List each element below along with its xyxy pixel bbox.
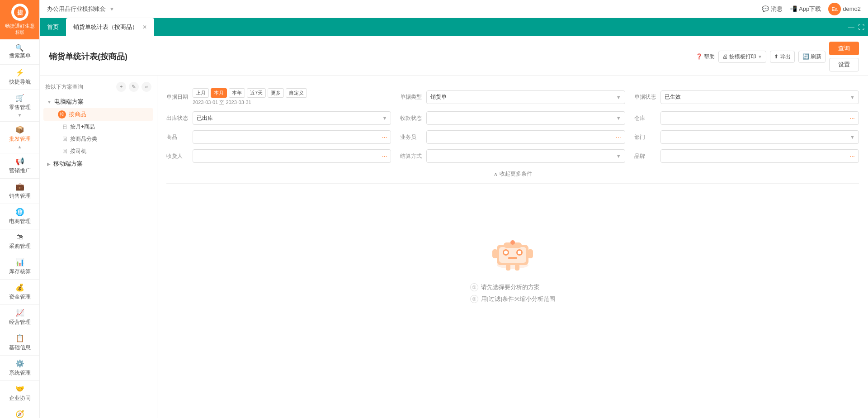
app-download-btn[interactable]: 📲 App下载 xyxy=(790,5,821,13)
receiver-select[interactable]: ··· xyxy=(193,149,391,163)
message-btn[interactable]: 💬 消息 xyxy=(762,5,783,13)
scheme-by-category[interactable]: 回 按商品分类 xyxy=(43,133,153,145)
bill-status-value: 已生效 xyxy=(665,93,850,101)
date-last-7days-btn[interactable]: 近7天 xyxy=(247,88,266,98)
date-this-month-btn[interactable]: 本月 xyxy=(211,88,227,98)
tab-sales-stat[interactable]: 销货单统计表（按商品） ✕ xyxy=(66,18,154,36)
edit-scheme-btn[interactable]: ✎ xyxy=(129,82,139,92)
left-panel: 按以下方案查询 + ✎ « ▼ 电脑端方案 xyxy=(40,76,157,418)
industry-dropdown-icon[interactable]: ▼ xyxy=(109,6,114,12)
help-icon: ❓ xyxy=(696,53,703,60)
filter-section: 单据日期 上月 本月 本年 近7天 更多 自定义 xyxy=(166,83,859,183)
date-this-year-btn[interactable]: 本年 xyxy=(229,88,245,98)
brand-select[interactable]: ··· xyxy=(660,149,859,163)
sidebar-item-marketing[interactable]: 📢 营销推广 xyxy=(0,153,39,179)
main-area: 办公用品行业模拟账套 ▼ 💬 消息 📲 App下载 Ea demo2 首页 xyxy=(40,0,868,418)
sidebar-item-quick-nav[interactable]: ⚡ 快捷导航 xyxy=(0,65,39,90)
mobile-scheme-parent[interactable]: ▶ 移动端方案 xyxy=(43,157,153,170)
settings-button[interactable]: 设置 xyxy=(829,58,859,71)
bill-status-select[interactable]: 已生效 ▼ xyxy=(660,90,859,104)
hint-text-2: 用[过滤]条件来缩小分析范围 xyxy=(481,295,555,303)
filter-payment-status-row: 收款状态 ▼ xyxy=(400,111,625,125)
tab-sales-stat-label: 销货单统计表（按商品） xyxy=(73,23,138,31)
empty-hint-1: ① 请先选择要分析的方案 xyxy=(470,283,555,291)
sales-mgmt-icon: 💼 xyxy=(15,182,24,191)
product-select[interactable]: ··· xyxy=(193,130,391,144)
export-label: 导出 xyxy=(780,53,791,61)
retail-arrow-icon: ▼ xyxy=(18,113,22,118)
sidebar-item-guide[interactable]: 🧭 新手引导 xyxy=(0,406,39,418)
tabbar: 首页 销货单统计表（按商品） ✕ — ⛶ xyxy=(40,18,868,36)
date-more-btn[interactable]: 更多 xyxy=(268,88,284,98)
help-btn[interactable]: ❓ 帮助 xyxy=(696,53,715,61)
scheme-by-cashier-icon: 回 xyxy=(62,148,67,155)
app-name: 畅捷通好生意 xyxy=(5,23,35,29)
window-maximize-icon[interactable]: ⛶ xyxy=(858,24,864,31)
add-scheme-btn[interactable]: + xyxy=(116,82,126,92)
department-select[interactable]: ▼ xyxy=(660,130,859,144)
scheme-by-cashier[interactable]: 回 按司机 xyxy=(43,145,153,157)
receiver-more-btn[interactable]: ··· xyxy=(382,152,387,160)
user-avatar[interactable]: Ea demo2 xyxy=(828,3,861,15)
empty-illustration xyxy=(486,220,540,274)
sidebar-item-enterprise-coop[interactable]: 🤝 企业协同 xyxy=(0,381,39,406)
payment-status-select[interactable]: ▼ xyxy=(426,111,625,125)
export-btn[interactable]: ⬆ 导出 xyxy=(770,51,795,63)
sidebar-item-wholesale[interactable]: 📦 批发管理 ▲ xyxy=(0,122,39,153)
date-last-month-btn[interactable]: 上月 xyxy=(193,88,209,98)
collapse-panel-btn[interactable]: « xyxy=(142,82,151,92)
refresh-btn[interactable]: 🔄 刷新 xyxy=(798,51,826,63)
sidebar-item-sales-mgmt[interactable]: 💼 销售管理 xyxy=(0,179,39,204)
hint-num-1: ① xyxy=(470,283,478,291)
sidebar-item-purchase[interactable]: 🛍 采购管理 xyxy=(0,229,39,254)
tab-home[interactable]: 首页 xyxy=(40,18,66,36)
print-btn[interactable]: 🖨 按模板打印 ▼ xyxy=(718,51,766,63)
bill-type-select[interactable]: 销货单 ▼ xyxy=(426,90,625,104)
settlement-label: 结算方式 xyxy=(400,152,423,160)
scheme-by-month-product-label: 按月+商品 xyxy=(70,123,95,131)
brand-more-btn[interactable]: ··· xyxy=(849,152,855,160)
scheme-by-month-product[interactable]: 日 按月+商品 xyxy=(43,121,153,133)
date-range-text: 2023-03-01 至 2023-03-31 xyxy=(193,99,391,106)
sidebar-item-operations[interactable]: 📈 经营管理 xyxy=(0,305,39,330)
tab-close-icon[interactable]: ✕ xyxy=(142,24,147,30)
product-more-btn[interactable]: ··· xyxy=(382,133,387,141)
warehouse-select[interactable]: ··· xyxy=(660,111,859,125)
salesperson-more-btn[interactable]: ··· xyxy=(616,133,621,141)
sales-mgmt-label: 销售管理 xyxy=(9,192,31,200)
sidebar-search[interactable]: 🔍 搜索菜单 xyxy=(0,39,39,65)
query-button[interactable]: 查询 xyxy=(829,42,859,55)
collapse-btn[interactable]: ∧ 收起更多条件 xyxy=(166,166,859,181)
svg-rect-4 xyxy=(499,247,526,263)
basic-info-icon: 📋 xyxy=(15,334,24,342)
settlement-select[interactable]: ▼ xyxy=(426,149,625,163)
date-custom-btn[interactable]: 自定义 xyxy=(286,88,307,98)
svg-point-7 xyxy=(504,251,508,254)
avatar-text: Ea xyxy=(832,6,838,12)
filter-bill-status-row: 单据状态 已生效 ▼ xyxy=(634,88,859,106)
sidebar-item-inventory[interactable]: 📊 库存核算 xyxy=(0,254,39,280)
sidebar-item-finance[interactable]: 💰 资金管理 xyxy=(0,280,39,305)
content-area: 销货单统计表(按商品) ❓ 帮助 🖨 按模板打印 ▼ ⬆ 导出 xyxy=(40,36,868,418)
wholesale-icon: 📦 xyxy=(15,125,24,134)
scheme-by-product[interactable]: 按 按商品 xyxy=(43,108,153,121)
warehouse-more-btn[interactable]: ··· xyxy=(849,114,855,122)
print-label: 按模板打印 xyxy=(729,53,756,61)
department-dropdown-icon: ▼ xyxy=(850,134,855,140)
svg-rect-12 xyxy=(492,249,498,258)
sidebar-item-basic-info[interactable]: 📋 基础信息 xyxy=(0,330,39,356)
salesperson-select[interactable]: ··· xyxy=(426,130,625,144)
empty-state: ① 请先选择要分析的方案 ② 用[过滤]条件来缩小分析范围 xyxy=(166,184,859,339)
window-minimize-icon[interactable]: — xyxy=(848,24,854,31)
desktop-scheme-parent[interactable]: ▼ 电脑端方案 xyxy=(43,95,153,108)
refresh-icon: 🔄 xyxy=(802,53,809,60)
warehouse-label: 仓库 xyxy=(634,114,657,122)
sidebar-item-ecommerce[interactable]: 🌐 电商管理 xyxy=(0,204,39,229)
filter-department-row: 部门 ▼ xyxy=(634,130,859,144)
scheme-by-cashier-label: 按司机 xyxy=(70,147,86,155)
sidebar-item-retail[interactable]: 🛒 零售管理 ▼ xyxy=(0,90,39,122)
storage-status-select[interactable]: 已出库 ▼ xyxy=(193,111,391,125)
collapse-label: 收起更多条件 xyxy=(500,170,532,178)
sidebar-item-sys-mgmt[interactable]: ⚙️ 系统管理 xyxy=(0,356,39,381)
panel-icons: + ✎ « xyxy=(116,82,151,92)
